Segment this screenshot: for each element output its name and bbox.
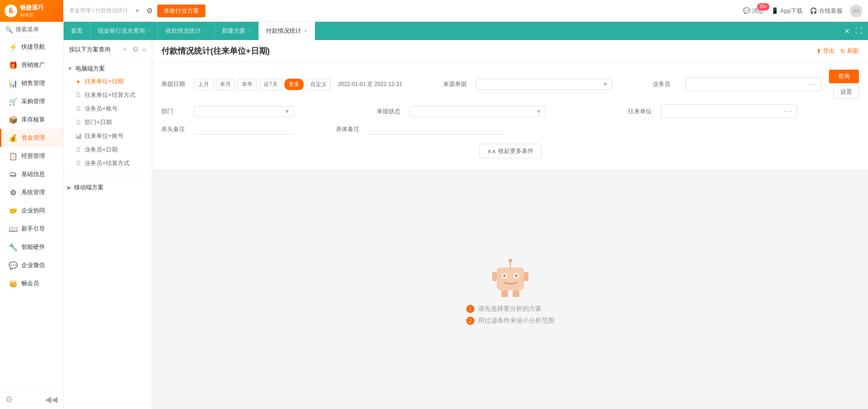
search-menu[interactable]: 🔍 搜索菜单 xyxy=(0,22,63,38)
add-scheme-icon[interactable]: ＋ xyxy=(121,45,129,54)
setting-button[interactable]: 设置 xyxy=(833,85,859,99)
salesman-dots-icon[interactable]: ··· xyxy=(808,80,818,89)
trial-industry-button[interactable]: 体验行业方案 xyxy=(157,5,205,17)
user-label: Rit xyxy=(853,8,859,14)
app-logo: 6 xyxy=(5,5,17,17)
tab-pay-stat-close[interactable]: × xyxy=(304,28,307,34)
sidebar-item-label: 营销推广 xyxy=(21,61,45,69)
filter-row-2: 部门 ▼ 单据状态 ▼ 往来单位 ··· xyxy=(161,104,859,118)
date-btn-this-month[interactable]: 本月 xyxy=(216,79,235,90)
body-note-input[interactable] xyxy=(369,124,505,135)
tab-pay-stat[interactable]: 付款情况统计 × xyxy=(259,22,314,40)
date-btn-custom[interactable]: 自定义 xyxy=(306,79,331,90)
partner-dots-icon[interactable]: ··· xyxy=(783,106,793,116)
mobile-scheme-group-title[interactable]: ▶ 移动端方案 xyxy=(64,182,152,193)
sidebar-item-label: 采购管理 xyxy=(21,97,45,106)
query-button[interactable]: 查询 xyxy=(829,70,859,83)
mobile-scheme-group: ▶ 移动端方案 xyxy=(64,178,152,197)
collapse-icon: ∧∧ xyxy=(487,148,496,155)
divider xyxy=(64,176,152,176)
dept-select[interactable]: ▼ xyxy=(194,106,294,117)
sidebar-item-label: 系统管理 xyxy=(21,188,45,197)
page-header: 付款情况统计(往来单位+日期) ⬆ 导出 ↻ 刷新 xyxy=(152,40,868,62)
refresh-label: 刷新 xyxy=(847,47,859,55)
date-btn-more[interactable]: 更多 xyxy=(284,79,304,90)
partner-select[interactable]: ··· xyxy=(661,104,797,118)
sidebar-item-sales[interactable]: 📊 销售管理 xyxy=(0,74,63,92)
tab-bank-flow[interactable]: 现金银行流水查询 × xyxy=(90,22,158,40)
sidebar-item-label: 资金管理 xyxy=(21,134,45,142)
scheme-chart-icon: 📊 xyxy=(75,132,82,140)
member-icon: 👑 xyxy=(9,279,18,288)
dept-filter-label: 部门 xyxy=(161,107,187,116)
tab-bank-flow-close[interactable]: × xyxy=(148,28,150,34)
salesman-select[interactable]: ··· xyxy=(685,77,822,91)
tab-new-scheme-close[interactable]: × xyxy=(248,28,251,34)
hardware-icon: 🔧 xyxy=(9,242,18,252)
date-btn-this-year[interactable]: 本年 xyxy=(238,79,257,90)
quick-nav-icon: ⚡ xyxy=(9,42,18,51)
sales-icon: 📊 xyxy=(9,79,18,88)
inventory-icon: 📦 xyxy=(9,115,18,124)
tab-collect-stat[interactable]: 收款情况统计 × xyxy=(158,22,214,40)
group-label: 电脑端方案 xyxy=(75,65,105,73)
sidebar-item-purchase[interactable]: 🛒 采购管理 xyxy=(0,92,63,111)
avatar[interactable]: Rit xyxy=(850,5,863,17)
scheme-settings-icon[interactable]: ⚙ xyxy=(132,45,139,54)
export-button[interactable]: ⬆ 导出 xyxy=(816,47,835,55)
date-range-input[interactable]: 2022-01-01 至 2022-12-31 xyxy=(338,81,402,88)
sidebar-item-system[interactable]: ⚙ 系统管理 xyxy=(0,183,63,202)
online-service-button[interactable]: 🎧 在线客服 xyxy=(810,7,843,15)
sidebar-item-label: 新手引导 xyxy=(21,225,45,233)
tab-collect-stat-close[interactable]: × xyxy=(204,28,206,34)
operation-icon: 📋 xyxy=(9,151,18,161)
breadcrumb: 资金管理 / 付款情况统计 xyxy=(69,7,128,15)
search-menu-label: 搜索菜单 xyxy=(15,25,39,34)
message-icon: 💬 xyxy=(743,7,750,14)
message-button[interactable]: 💬 消息 99+ xyxy=(743,7,764,15)
desktop-scheme-group-title[interactable]: ▼ 电脑端方案 xyxy=(64,63,152,75)
topbar-gear-icon[interactable]: ⚙ xyxy=(146,6,153,15)
sidebar-item-wechat[interactable]: 💬 企业微信 xyxy=(0,256,63,274)
date-btn-7days[interactable]: 近7天 xyxy=(259,79,282,90)
tab-home[interactable]: 首页 xyxy=(64,22,90,40)
sidebar-item-marketing[interactable]: 🎁 营销推广 xyxy=(0,56,63,74)
collapse-sidebar-icon[interactable]: ◀◀ xyxy=(45,394,58,404)
refresh-button[interactable]: ↻ 刷新 xyxy=(840,47,859,55)
sidebar-item-coop[interactable]: 🤝 企业协同 xyxy=(0,202,63,220)
scheme-item-partner-account[interactable]: 📊 往来单位+账号 xyxy=(64,129,152,143)
collapse-panel-icon[interactable]: « xyxy=(142,45,146,54)
scheme-item-salesman-settle[interactable]: ☰ 业务员+结算方式 xyxy=(64,157,152,170)
sidebar-item-label: 基础信息 xyxy=(21,170,45,178)
bill-status-select[interactable]: ▼ xyxy=(409,106,546,117)
app-download-button[interactable]: 📱 App下载 xyxy=(771,7,803,15)
sidebar-item-basic[interactable]: 🗂 基础信息 xyxy=(0,165,63,183)
sidebar-item-label: 销售管理 xyxy=(21,79,45,87)
collapse-filter-button[interactable]: ∧∧ 收起更多条件 xyxy=(479,144,541,158)
sidebar-item-inventory[interactable]: 📦 库存核算 xyxy=(0,111,63,129)
tab-new-scheme[interactable]: 新建方案 × xyxy=(215,22,259,40)
scheme-item-label: 往来单位+账号 xyxy=(85,132,124,140)
sidebar-item-operation[interactable]: 📋 经营管理 xyxy=(0,147,63,165)
scheme-item-dept-date[interactable]: ☰ 部门+日期 xyxy=(64,116,152,129)
settings-icon[interactable]: ⚙ xyxy=(5,394,13,404)
close-all-tabs-button[interactable]: ✕ xyxy=(842,25,852,37)
header-note-input[interactable] xyxy=(194,124,294,135)
sidebar-item-guide[interactable]: 📖 新手引导 xyxy=(0,220,63,238)
sidebar-item-member[interactable]: 👑 畅会员 xyxy=(0,274,63,293)
scheme-icon: ☰ xyxy=(75,160,82,167)
sidebar-item-quick-nav[interactable]: ⚡ 快捷导航 xyxy=(0,38,63,56)
source-select[interactable]: ▼ xyxy=(476,79,612,90)
scheme-item-salesman-date[interactable]: ☰ 业务员+日期 xyxy=(64,143,152,157)
date-btn-last-month[interactable]: 上月 xyxy=(194,79,213,90)
scheme-item-label: 业务员+账号 xyxy=(85,105,118,113)
sidebar-item-capital[interactable]: 💰 资金管理 xyxy=(0,129,63,147)
scheme-item-partner-date[interactable]: ● 往来单位+日期 xyxy=(64,75,152,88)
scheme-icon: ☰ xyxy=(75,119,82,126)
scheme-item-salesman-account[interactable]: ☰ 业务员+账号 xyxy=(64,102,152,116)
svg-rect-1 xyxy=(492,272,497,281)
maximize-button[interactable]: ⛶ xyxy=(853,25,864,37)
scheme-item-partner-settle[interactable]: ☰ 往来单位+结算方式 xyxy=(64,88,152,102)
sidebar-item-hardware[interactable]: 🔧 智能硬件 xyxy=(0,238,63,256)
step-2-text: 用过滤条件来缩小分析范围 xyxy=(478,317,554,325)
